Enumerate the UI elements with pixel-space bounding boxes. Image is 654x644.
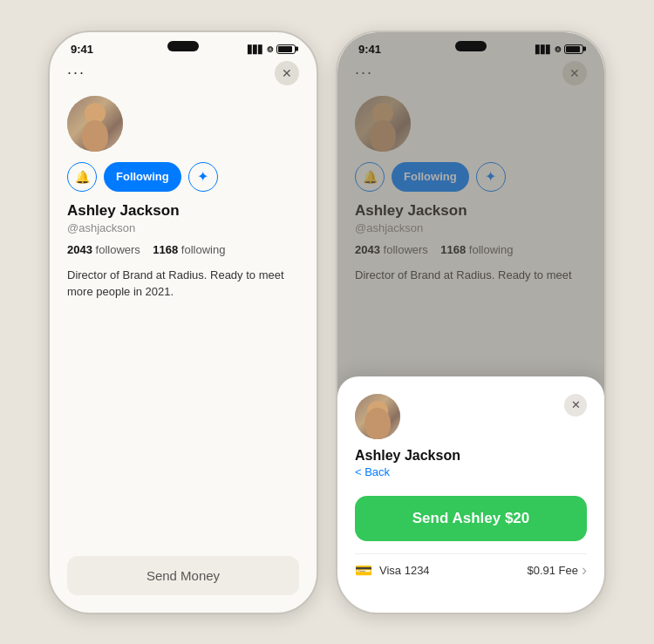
followers-count-left: 2043 <box>67 243 92 256</box>
avatar-left <box>67 96 123 152</box>
phone-left: 9:41 ··· ✕ 🔔 <box>48 31 318 614</box>
profile-handle-left: @ashjackson <box>67 221 299 234</box>
wifi-icon-left <box>267 43 273 55</box>
time-left: 9:41 <box>71 43 93 56</box>
action-buttons-left: 🔔 Following ✦ <box>67 162 299 192</box>
modal-name: Ashley Jackson <box>355 448 587 464</box>
send-money-button-modal[interactable]: Send Ashley $20 <box>355 496 587 541</box>
modal-close-button[interactable]: ✕ <box>564 394 587 417</box>
avatar-body-shape <box>82 120 108 152</box>
following-button-left[interactable]: Following <box>104 162 181 192</box>
card-label: Visa 1234 <box>379 564 430 577</box>
status-icons-left <box>248 43 296 55</box>
fee-container: $0.91 Fee <box>527 561 587 580</box>
battery-icon-right <box>564 44 583 54</box>
close-button-left[interactable]: ✕ <box>275 61 299 85</box>
modal-avatar-face <box>364 408 391 439</box>
signal-icon-left <box>248 44 263 54</box>
following-label-left: following <box>181 243 226 256</box>
wifi-icon-right <box>555 43 561 55</box>
modal-header: ✕ <box>355 394 587 439</box>
battery-icon-left <box>276 44 296 54</box>
phone-right: 9:41 ··· ✕ 🔔 <box>336 31 606 614</box>
profile-header-left: ··· ✕ <box>67 61 299 85</box>
status-bar-left: 9:41 <box>50 32 317 61</box>
profile-name-left: Ashley Jackson <box>67 202 299 220</box>
payment-modal: ✕ Ashley Jackson < Back Send Ashley $20 … <box>337 376 604 613</box>
profile-stats-left: 2043 followers 1168 following <box>67 243 299 256</box>
status-icons-right <box>535 43 583 55</box>
dynamic-island-right <box>455 41 487 51</box>
more-options-left[interactable]: ··· <box>67 64 85 82</box>
profile-screen-left: ··· ✕ 🔔 Following ✦ Ashley Jackson @ashj… <box>50 61 317 613</box>
add-button-left[interactable]: ✦ <box>188 162 218 192</box>
dynamic-island-left <box>167 41 199 51</box>
status-bar-right: 9:41 <box>337 32 604 61</box>
following-count-left: 1168 <box>153 243 178 256</box>
fee-label: $0.91 Fee <box>527 564 578 577</box>
followers-label-left: followers <box>96 243 140 256</box>
modal-back-link[interactable]: < Back <box>355 465 587 478</box>
chevron-right-icon <box>582 561 587 580</box>
payment-method-row[interactable]: 💳 Visa 1234 $0.91 Fee <box>355 553 587 586</box>
bell-button-left[interactable]: 🔔 <box>67 162 97 192</box>
avatar-image-left <box>67 96 123 152</box>
send-money-button-left[interactable]: Send Money <box>67 556 299 595</box>
payment-method-left: 💳 Visa 1234 <box>355 562 430 579</box>
modal-avatar-image <box>355 394 400 439</box>
signal-icon-right <box>535 44 551 54</box>
time-right: 9:41 <box>358 43 381 56</box>
card-icon: 💳 <box>355 562 372 579</box>
modal-avatar <box>355 394 400 439</box>
profile-bio-left: Director of Brand at Radius. Ready to me… <box>67 267 299 301</box>
